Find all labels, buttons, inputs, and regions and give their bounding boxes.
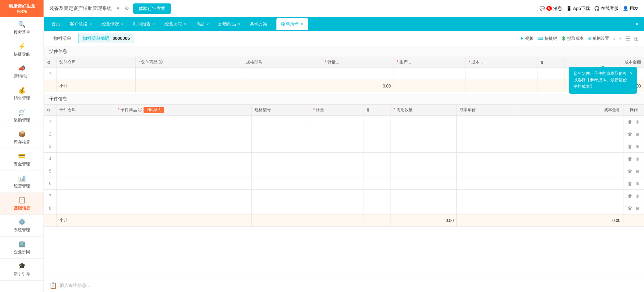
tab-customers-close[interactable]: × bbox=[90, 22, 92, 26]
child-row-unit-cost[interactable] bbox=[457, 140, 515, 153]
sidebar-item-purchase[interactable]: 🛒 采购管理 bbox=[0, 105, 44, 127]
child-row-unit-cost[interactable] bbox=[457, 153, 515, 165]
extract-cost-action[interactable]: 💲 提取成本 bbox=[561, 36, 584, 42]
copy-icon[interactable]: ⊕ bbox=[635, 156, 640, 162]
child-row-warehouse[interactable] bbox=[57, 153, 115, 165]
tab-business-history[interactable]: 经营历程 × bbox=[160, 18, 191, 30]
row-product[interactable] bbox=[135, 68, 243, 80]
sub-tab-bom-list[interactable]: 物料清单 bbox=[49, 34, 75, 43]
child-row-warehouse[interactable] bbox=[57, 177, 115, 190]
child-row-warehouse[interactable] bbox=[57, 116, 115, 128]
child-row-warehouse[interactable] bbox=[57, 165, 115, 177]
tab-products[interactable]: 商品 × bbox=[191, 18, 213, 30]
child-row-product[interactable] bbox=[115, 165, 251, 177]
tab-profit-report[interactable]: 利润报告 × bbox=[128, 18, 160, 30]
row-warehouse[interactable] bbox=[57, 68, 136, 80]
nav-prev[interactable]: ‹ bbox=[613, 35, 615, 42]
child-row-spec[interactable] bbox=[252, 116, 310, 128]
note-placeholder[interactable]: 输入备注信息... bbox=[60, 282, 90, 289]
child-row-unit[interactable] bbox=[310, 177, 363, 190]
sidebar-item-inventory[interactable]: 📦 库存核算 bbox=[0, 127, 44, 149]
child-row-spec[interactable] bbox=[252, 190, 310, 202]
close-all-tabs[interactable]: × bbox=[633, 20, 641, 28]
child-row-spec[interactable] bbox=[252, 128, 310, 140]
messages-group[interactable]: 💬 6 消息 bbox=[540, 5, 562, 12]
copy-icon[interactable]: ⊕ bbox=[635, 206, 640, 211]
tab-profit-close[interactable]: × bbox=[153, 22, 155, 26]
child-row-quantity[interactable] bbox=[391, 128, 457, 140]
child-row-unit[interactable] bbox=[310, 165, 363, 177]
tab-barcode-plan[interactable]: 条码方案 × bbox=[245, 18, 276, 30]
online-service-group[interactable]: 🎧 在线客服 bbox=[594, 5, 619, 12]
child-row-spec[interactable] bbox=[252, 165, 310, 177]
child-row-unit-cost[interactable] bbox=[457, 128, 515, 140]
tab-bom[interactable]: 物料清单 × bbox=[276, 18, 308, 30]
tab-home[interactable]: 首页 bbox=[47, 18, 65, 30]
child-row-warehouse[interactable] bbox=[57, 190, 115, 202]
child-row-quantity[interactable] bbox=[391, 153, 457, 165]
tab-operations-situation[interactable]: 经营情况 × bbox=[97, 18, 128, 30]
row-production[interactable] bbox=[394, 68, 466, 80]
child-row-quantity[interactable] bbox=[391, 190, 457, 202]
row-spec[interactable] bbox=[243, 68, 322, 80]
sidebar-item-basic-info[interactable]: 📋 基础信息 bbox=[0, 193, 44, 215]
tab-add-products[interactable]: 新增商品 × bbox=[213, 18, 245, 30]
child-row-quantity[interactable] bbox=[391, 177, 457, 190]
tab-history-close[interactable]: × bbox=[184, 22, 186, 26]
tab-add-products-close[interactable]: × bbox=[238, 22, 240, 26]
child-row-quantity[interactable] bbox=[391, 140, 457, 153]
nav-expand[interactable]: ⊞ bbox=[634, 35, 639, 42]
child-row-warehouse[interactable] bbox=[57, 202, 115, 214]
tab-ops-close[interactable]: × bbox=[121, 22, 123, 26]
tab-bom-close[interactable]: × bbox=[301, 22, 303, 26]
child-row-unit-cost[interactable] bbox=[457, 116, 515, 128]
sidebar-item-search[interactable]: 🔍 搜索菜单 bbox=[0, 17, 44, 39]
child-row-unit-cost[interactable] bbox=[457, 177, 515, 190]
child-row-spec[interactable] bbox=[252, 202, 310, 214]
child-row-quantity[interactable] bbox=[391, 165, 457, 177]
parent-col-settings[interactable]: ⚙ bbox=[44, 57, 57, 68]
child-row-product[interactable] bbox=[115, 190, 251, 202]
settings-icon[interactable]: ⚙ bbox=[124, 5, 129, 12]
child-row-warehouse[interactable] bbox=[57, 140, 115, 153]
sidebar-item-marketing[interactable]: 📣 营销推广 bbox=[0, 61, 44, 83]
row-cost[interactable] bbox=[466, 68, 537, 80]
child-row-unit[interactable] bbox=[310, 190, 363, 202]
tab-products-close[interactable]: × bbox=[207, 22, 209, 26]
child-row-unit-cost[interactable] bbox=[457, 190, 515, 202]
sidebar-item-sales[interactable]: 💰 销售管理 bbox=[0, 83, 44, 105]
child-row-product[interactable] bbox=[115, 153, 251, 165]
child-row-spec[interactable] bbox=[252, 140, 310, 153]
child-col-settings[interactable]: ⚙ bbox=[44, 105, 57, 116]
child-row-product[interactable] bbox=[115, 177, 251, 190]
child-row-spec[interactable] bbox=[252, 177, 310, 190]
copy-icon[interactable]: ⊕ bbox=[635, 168, 640, 174]
sidebar-item-operations[interactable]: 📊 经营管理 bbox=[0, 171, 44, 193]
child-row-unit[interactable] bbox=[310, 140, 363, 153]
delete-icon[interactable]: 🗑 bbox=[628, 193, 632, 199]
dropdown-icon[interactable]: ▼ bbox=[116, 6, 120, 11]
delete-icon[interactable]: 🗑 bbox=[628, 168, 632, 174]
sidebar-item-system[interactable]: ⚙️ 系统管理 bbox=[0, 215, 44, 237]
child-row-unit[interactable] bbox=[310, 128, 363, 140]
nav-list[interactable]: ☰ bbox=[625, 35, 630, 42]
copy-icon[interactable]: ⊕ bbox=[635, 131, 640, 137]
child-row-product[interactable] bbox=[115, 140, 251, 153]
tooltip-close[interactable]: × bbox=[630, 70, 632, 77]
child-row-unit[interactable] bbox=[310, 202, 363, 214]
child-row-quantity[interactable] bbox=[391, 202, 457, 214]
sub-tab-bom-code[interactable]: 物料清单编码 0000005 bbox=[78, 34, 134, 43]
view-action[interactable]: ▶ 视频 bbox=[520, 36, 533, 42]
user-group[interactable]: 👤 用友 bbox=[623, 5, 639, 12]
delete-icon[interactable]: 🗑 bbox=[628, 144, 632, 149]
child-row-product[interactable] bbox=[115, 128, 251, 140]
sidebar-item-enterprise[interactable]: 🏢 企业协同 bbox=[0, 237, 44, 259]
copy-icon[interactable]: ⊕ bbox=[635, 181, 640, 186]
copy-icon[interactable]: ⊕ bbox=[635, 119, 640, 125]
nav-next[interactable]: › bbox=[619, 35, 621, 42]
single-settings-action[interactable]: ⚙ 单据设置 bbox=[588, 36, 609, 42]
child-row-unit-cost[interactable] bbox=[457, 202, 515, 214]
app-download-group[interactable]: 📱 App下载 bbox=[566, 5, 590, 12]
trial-button[interactable]: 体验行业方案 bbox=[133, 3, 171, 14]
copy-icon[interactable]: ⊕ bbox=[635, 193, 640, 199]
